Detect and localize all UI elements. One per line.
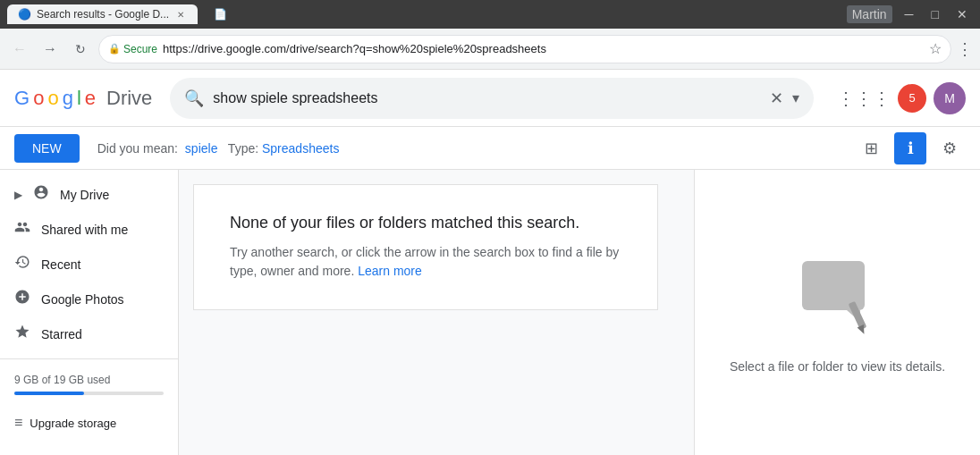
search-container: 🔍 ✕ ▾ (170, 78, 814, 119)
search-dropdown-button[interactable]: ▾ (792, 89, 799, 106)
sidebar-item-recent[interactable]: Recent (0, 247, 171, 282)
app-bar: Google Drive 🔍 ✕ ▾ ⋮⋮⋮ 5 M (0, 70, 980, 127)
browser-menu-icon[interactable]: ⋮ (957, 39, 973, 59)
search-input[interactable] (213, 90, 761, 106)
content-area: None of your files or folders matched th… (179, 170, 694, 455)
detail-illustration (793, 252, 883, 345)
logo-l: l (77, 87, 81, 110)
sidebar-item-label: Starred (41, 327, 82, 341)
tab-close-button[interactable]: ✕ (174, 8, 187, 21)
avatar[interactable]: M (934, 82, 966, 114)
suggestion-type-label: Type: (228, 141, 258, 156)
url-text: https://drive.google.com/drive/search?q=… (163, 42, 924, 55)
no-results-title: None of your files or folders matched th… (230, 214, 621, 232)
recent-icon (14, 254, 30, 274)
logo-e: e (85, 87, 96, 110)
suggestion-prefix: Did you mean: spiele Type: Spreadsheets (97, 141, 340, 156)
search-button[interactable]: 🔍 (184, 88, 204, 108)
storage-bar (14, 392, 164, 395)
logo-g2: g (63, 87, 73, 110)
inactive-tab-icon: 📄 (214, 8, 227, 21)
secure-badge: 🔒 Secure (108, 43, 157, 55)
titlebar: 🔵 Search results - Google D... ✕ 📄 Marti… (0, 0, 980, 29)
no-results-desc-text: Try another search, or click the arrow i… (230, 245, 619, 278)
user-label: Martin (847, 5, 892, 23)
sidebar-item-my-drive[interactable]: ▶ My Drive (0, 177, 171, 212)
google-logo: Google (14, 87, 96, 110)
titlebar-controls: Martin ─ □ ✕ (847, 5, 973, 23)
detail-text: Select a file or folder to view its deta… (712, 359, 963, 374)
sidebar-item-label: My Drive (60, 188, 109, 202)
logo-g: G (14, 87, 30, 110)
grid-view-button[interactable]: ⊞ (855, 132, 887, 164)
upgrade-icon: ≡ (14, 415, 22, 431)
toolbar: NEW Did you mean: spiele Type: Spreadshe… (0, 127, 980, 170)
sidebar-divider (0, 358, 178, 359)
sidebar-item-label: Google Photos (41, 292, 124, 307)
secure-label: Secure (123, 43, 157, 55)
no-results-box: None of your files or folders matched th… (193, 184, 658, 310)
sidebar-item-label: Shared with me (41, 223, 128, 237)
suggestion-type-link[interactable]: Spreadsheets (262, 141, 339, 156)
no-results-desc: Try another search, or click the arrow i… (230, 243, 621, 281)
upgrade-storage-button[interactable]: ≡ Upgrade storage (0, 409, 178, 436)
new-button[interactable]: NEW (14, 134, 80, 163)
back-button[interactable]: ← (7, 37, 32, 62)
minimize-button[interactable]: ─ (900, 5, 919, 23)
window-close-button[interactable]: ✕ (951, 5, 973, 23)
starred-icon (14, 324, 30, 344)
suggestion-prefix-text: Did you mean: (97, 141, 178, 156)
app-bar-right: ⋮⋮⋮ 5 M (837, 82, 966, 114)
sidebar: ▶ My Drive Shared with me Recent Google … (0, 170, 179, 455)
logo-o1: o (33, 87, 44, 110)
avatar-image: M (944, 91, 955, 105)
address-bar[interactable]: 🔒 Secure https://drive.google.com/drive/… (98, 35, 951, 63)
storage-text: 9 GB of 19 GB used (14, 374, 164, 386)
search-clear-button[interactable]: ✕ (770, 88, 783, 108)
notification-count: 5 (908, 91, 915, 105)
app-name: Drive (106, 87, 152, 110)
learn-more-link[interactable]: Learn more (358, 264, 422, 278)
inactive-tab[interactable]: 📄 (203, 4, 238, 24)
detail-panel: Select a file or folder to view its deta… (694, 170, 980, 455)
toolbar-right: ⊞ ℹ ⚙ (855, 132, 966, 164)
sidebar-item-starred[interactable]: Starred (0, 316, 171, 351)
sidebar-item-label: Recent (41, 257, 80, 272)
info-button[interactable]: ℹ (894, 132, 926, 164)
tab-favicon: 🔵 (18, 8, 31, 21)
chevron-icon: ▶ (14, 189, 22, 201)
apps-grid-icon[interactable]: ⋮⋮⋮ (837, 88, 891, 109)
my-drive-icon (33, 184, 49, 205)
browser-bar: ← → ↻ 🔒 Secure https://drive.google.com/… (0, 29, 980, 70)
settings-button[interactable]: ⚙ (934, 132, 966, 164)
detail-svg (793, 252, 883, 341)
suggestion-word[interactable]: spiele (185, 141, 218, 156)
search-results-container: None of your files or folders matched th… (179, 170, 694, 455)
bookmark-icon[interactable]: ☆ (929, 40, 942, 57)
upgrade-label: Upgrade storage (30, 417, 116, 430)
storage-bar-fill (14, 392, 84, 395)
forward-button[interactable]: → (38, 37, 63, 62)
sidebar-item-google-photos[interactable]: Google Photos (0, 282, 171, 316)
main-layout: ▶ My Drive Shared with me Recent Google … (0, 170, 980, 455)
notification-button[interactable]: 5 (898, 84, 926, 113)
shared-with-me-icon (14, 219, 30, 240)
tab-title: Search results - Google D... (37, 8, 169, 21)
sidebar-item-shared-with-me[interactable]: Shared with me (0, 212, 171, 247)
active-tab[interactable]: 🔵 Search results - Google D... ✕ (7, 4, 198, 24)
reload-button[interactable]: ↻ (68, 37, 93, 62)
logo-o2: o (47, 87, 58, 110)
lock-icon: 🔒 (108, 43, 121, 55)
titlebar-left: 🔵 Search results - Google D... ✕ 📄 (7, 4, 238, 24)
storage-section: 9 GB of 19 GB used (0, 367, 178, 409)
maximize-button[interactable]: □ (926, 5, 944, 23)
google-photos-icon (14, 289, 30, 309)
